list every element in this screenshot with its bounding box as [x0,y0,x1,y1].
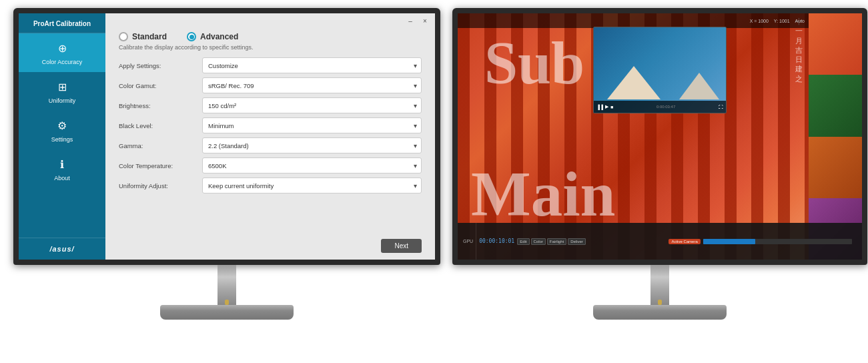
sidebar-bottom: /asus/ [19,238,105,260]
sidebar-item-color-accuracy-label: Color Accuracy [42,59,83,65]
left-monitor: ProArt Calibration ⊕ Color Accuracy ⊞ Un… [13,8,440,320]
jp-char-5: 日 [789,55,809,64]
uniformity-icon: ⊞ [54,79,70,95]
sidebar-item-uniformity[interactable]: ⊞ Uniformity [19,72,105,111]
label-brightness: Brightness: [119,102,195,109]
form-row-color-temp: Color Temperature: 6500K ▾ [119,157,422,173]
preview-controls: ▐▐ ▶ ■ 0:00:03:47 ⛶ [594,101,726,113]
bottom-toolbar: GPU 00:00:10:01 Edit Color Fairlight Del… [458,223,862,260]
next-button[interactable]: Next [381,239,422,253]
left-bezel-bottom: /asus/ [19,260,435,265]
fullscreen-icon[interactable]: ⛶ [719,105,723,109]
toolbar-fairlight-btn[interactable]: Fairlight [547,238,566,245]
left-monitor-bezel: ProArt Calibration ⊕ Color Accuracy ⊞ Un… [13,8,440,265]
stop-icon[interactable]: ■ [610,105,613,109]
right-bezel-bottom: /asus/ [458,260,862,265]
right-monitor-bezel: X = 1000 Y: 1001 Auto ▐▐ ▶ ■ [452,8,867,265]
dialog-titlebar: – × [105,13,435,28]
sidebar-item-about[interactable]: ℹ About [19,149,105,188]
color-bar-1 [855,240,857,244]
chevron-down-icon: ▾ [414,182,417,190]
about-icon: ℹ [54,156,70,172]
toolbar-buttons: Edit Color Fairlight Deliver [517,238,666,245]
form-row-apply: Apply Settings: Customize ▾ [119,57,422,73]
right-content: X = 1000 Y: 1001 Auto ▐▐ ▶ ■ [458,13,862,260]
label-uniformity: Uniformity Adjust: [119,182,195,190]
sidebar-item-about-label: About [54,175,70,182]
toolbar-color-btn[interactable]: Color [531,238,546,245]
jp-char-6: 建 [789,64,809,73]
left-monitor-neck [218,265,236,305]
sidebar-title: ProArt Calibration [19,13,105,33]
right-text-main: Main [471,163,615,226]
select-color-gamut[interactable]: sRGB/ Rec. 709 ▾ [202,77,422,93]
play-icon[interactable]: ▶ [605,104,608,109]
preview-window: ▐▐ ▶ ■ 0:00:03:47 ⛶ [593,27,727,113]
chevron-down-icon: ▾ [414,82,417,89]
select-uniformity[interactable]: Keep current uniformity ▾ [202,177,422,194]
preview-inner [594,27,726,113]
form-row-brightness: Brightness: 150 cd/m² ▾ [119,97,422,113]
right-monitor-neck [650,265,669,305]
chevron-down-icon: ▾ [414,122,417,129]
preview-mountain [607,66,661,99]
select-gamma[interactable]: 2.2 (Standard) ▾ [202,137,422,153]
dialog-panel: – × Standard [105,13,435,260]
toolbar-timecode: 00:00:10:01 [479,238,514,244]
close-button[interactable]: × [420,16,430,25]
left-content: ProArt Calibration ⊕ Color Accuracy ⊞ Un… [19,13,435,260]
toolbar-edit-btn[interactable]: Edit [517,238,529,245]
right-text-sub: Sub [484,33,584,93]
select-brightness[interactable]: 150 cd/m² ▾ [202,97,422,113]
radio-standard[interactable]: Standard [119,32,167,41]
dialog-content: Standard Advanced Calibrate the display … [105,28,435,260]
info-bar: X = 1000 Y: 1001 Auto [458,13,809,28]
preview-mountain-2 [679,73,719,99]
gpu-label: GPU [463,239,473,244]
minimize-button[interactable]: – [406,16,415,25]
radio-advanced[interactable]: Advanced [187,32,238,41]
dialog-subtitle: Calibrate the display according to speci… [119,44,422,51]
toolbar-divider [476,223,476,260]
auto-label: Auto [795,19,805,23]
sidebar: ProArt Calibration ⊕ Color Accuracy ⊞ Un… [19,13,105,260]
jp-char-4: 吉 [789,45,809,55]
select-color-temp[interactable]: 6500K ▾ [202,157,422,173]
form-row-color-gamut: Color Gamut: sRGB/ Rec. 709 ▾ [119,77,422,93]
right-monitor: X = 1000 Y: 1001 Auto ▐▐ ▶ ■ [452,8,867,320]
thumb-1 [809,13,862,75]
select-black-level[interactable]: Minimum ▾ [202,117,422,133]
toolbar-deliver-btn[interactable]: Deliver [568,238,586,245]
right-monitor-screen: X = 1000 Y: 1001 Auto ▐▐ ▶ ■ [458,13,862,260]
active-cam-badge: Active Camera [669,239,700,244]
chevron-down-icon: ▾ [414,62,417,69]
label-black-level: Black Level: [119,122,195,129]
radio-row: Standard Advanced [119,32,422,41]
right-monitor-base [593,305,727,320]
radio-advanced-circle [187,32,196,41]
scene: ProArt Calibration ⊕ Color Accuracy ⊞ Un… [0,0,868,320]
color-accuracy-icon: ⊕ [54,40,70,56]
form-row-black-level: Black Level: Minimum ▾ [119,117,422,133]
radio-standard-circle [119,32,128,41]
thumb-2 [809,75,862,136]
timecode-display: 0:00:03:47 [615,105,717,109]
timeline-bar [703,239,852,244]
form-row-uniformity: Uniformity Adjust: Keep current uniformi… [119,177,422,194]
settings-icon: ⚙ [54,117,70,133]
chevron-down-icon: ▾ [414,142,417,149]
jp-char-7: 之 [789,74,809,83]
chevron-down-icon: ▾ [414,162,417,169]
y-coord: Y: 1001 [774,19,790,23]
jp-char-3: 月 [789,36,809,45]
chevron-down-icon: ▾ [414,102,417,109]
left-monitor-base [160,305,294,320]
play-pause-icon[interactable]: ▐▐ [596,105,603,109]
asus-logo-sidebar: /asus/ [49,245,74,253]
label-color-gamut: Color Gamut: [119,82,195,89]
select-apply[interactable]: Customize ▾ [202,57,422,73]
sidebar-item-color-accuracy[interactable]: ⊕ Color Accuracy [19,33,105,72]
label-apply: Apply Settings: [119,62,195,69]
sidebar-item-settings[interactable]: ⚙ Settings [19,111,105,149]
x-coord: X = 1000 [750,19,769,23]
